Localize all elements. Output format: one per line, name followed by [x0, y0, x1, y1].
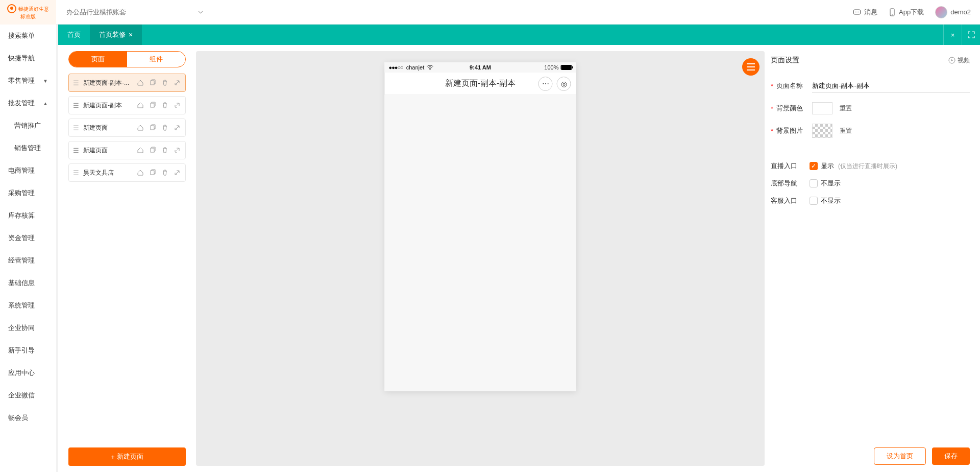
sidebar-funds[interactable]: 资金管理 [0, 227, 56, 249]
share-icon[interactable] [173, 101, 181, 109]
share-icon[interactable] [173, 169, 181, 177]
copy-icon[interactable] [149, 124, 157, 132]
svg-rect-8 [151, 126, 154, 130]
page-item[interactable]: ☰ 新建页面 [68, 119, 186, 137]
drag-handle-icon[interactable]: ☰ [73, 124, 79, 132]
bg-color-label: 背景颜色 [776, 104, 812, 113]
miniapp-menu-icon[interactable]: ⋯ [538, 77, 553, 91]
bg-image-label: 背景图片 [776, 126, 812, 135]
phone-preview: ●●●○○ chanjet 9:41 AM 100% 新建页面-副本-副本 ⋯ … [385, 62, 576, 391]
svg-point-11 [429, 69, 430, 70]
tab-close-button[interactable]: × [943, 25, 962, 45]
brand-block: 畅捷通好生意 标准版 [0, 0, 56, 25]
switch-component[interactable]: 组件 [127, 52, 185, 67]
share-icon[interactable] [173, 146, 181, 154]
sidebar-wholesale[interactable]: 批发管理▲ [0, 92, 56, 114]
bg-color-reset[interactable]: 重置 [840, 104, 852, 113]
caret-down-icon: ▼ [43, 78, 48, 84]
drag-handle-icon[interactable]: ☰ [73, 169, 79, 177]
live-hint: (仅当进行直播时展示) [838, 162, 897, 171]
battery-label: 100% [544, 64, 558, 70]
switch-page[interactable]: 页面 [69, 52, 127, 67]
sidebar-system[interactable]: 系统管理 [0, 294, 56, 317]
tab-home[interactable]: 首页 [58, 25, 90, 45]
set-home-button[interactable]: 设为首页 [874, 447, 926, 465]
drag-handle-icon[interactable]: ☰ [73, 102, 79, 109]
sidebar-sales[interactable]: 销售管理 [0, 137, 56, 159]
brand-edition: 标准版 [20, 13, 36, 20]
brand-logo-icon [7, 4, 16, 13]
delete-icon[interactable] [161, 146, 169, 154]
footer-actions: 设为首页 保存 [874, 447, 970, 465]
bottom-nav-checkbox[interactable] [810, 179, 818, 187]
main-sidebar: 搜索菜单 快捷导航 零售管理▼ 批发管理▲ 营销推广 销售管理 电商管理 采购管… [0, 25, 56, 472]
copy-icon[interactable] [149, 146, 157, 154]
messages-link[interactable]: 消息 [853, 8, 877, 17]
sidebar-purchase[interactable]: 采购管理 [0, 182, 56, 204]
svg-rect-9 [151, 148, 154, 152]
delete-icon[interactable] [161, 101, 169, 109]
copy-icon[interactable] [149, 79, 157, 87]
panel-mode-switch: 页面 组件 [68, 51, 186, 67]
tab-page-design[interactable]: 首页装修 × [90, 25, 142, 45]
sidebar-guide[interactable]: 新手引导 [0, 339, 56, 362]
sidebar-corp[interactable]: 企业协同 [0, 317, 56, 339]
save-button[interactable]: 保存 [932, 447, 970, 465]
home-icon[interactable] [136, 101, 144, 109]
delete-icon[interactable] [161, 79, 169, 87]
sidebar-quicknav[interactable]: 快捷导航 [0, 47, 56, 69]
close-icon[interactable]: × [129, 31, 133, 39]
copy-icon[interactable] [149, 169, 157, 177]
phone-header: 新建页面-副本-副本 ⋯ ◎ [385, 73, 576, 95]
copy-icon[interactable] [149, 101, 157, 109]
bg-image-reset[interactable]: 重置 [840, 127, 852, 135]
home-icon[interactable] [136, 146, 144, 154]
sidebar-search[interactable]: 搜索菜单 [0, 25, 56, 47]
home-icon[interactable] [136, 124, 144, 132]
canvas-menu-fab[interactable] [742, 58, 760, 76]
drag-handle-icon[interactable]: ☰ [73, 79, 79, 87]
home-icon[interactable] [136, 79, 144, 87]
drag-handle-icon[interactable]: ☰ [73, 147, 79, 154]
share-icon[interactable] [173, 79, 181, 87]
sidebar-basic[interactable]: 基础信息 [0, 272, 56, 294]
home-icon[interactable] [136, 169, 144, 177]
sidebar-appcenter[interactable]: 应用中心 [0, 362, 56, 384]
sidebar-retail[interactable]: 零售管理▼ [0, 69, 56, 92]
sidebar-marketing[interactable]: 营销推广 [0, 114, 56, 137]
bottom-nav-label: 底部导航 [771, 179, 810, 188]
sidebar-wechat[interactable]: 企业微信 [0, 384, 56, 407]
svg-point-5 [892, 14, 893, 15]
account-book-selector[interactable]: 办公品行业模拟账套 [66, 8, 204, 17]
sidebar-ecommerce[interactable]: 电商管理 [0, 159, 56, 182]
page-name-input[interactable] [812, 79, 970, 93]
delete-icon[interactable] [161, 124, 169, 132]
sidebar-inventory[interactable]: 库存核算 [0, 204, 56, 227]
page-item[interactable]: ☰ 新建页面 [68, 141, 186, 159]
phone-body[interactable] [385, 95, 576, 391]
share-icon[interactable] [173, 124, 181, 132]
kefu-label: 客服入口 [771, 196, 810, 205]
account-book-label: 办公品行业模拟账套 [66, 8, 126, 17]
page-item[interactable]: ☰ 新建页面-副本-... [68, 74, 186, 92]
video-help-link[interactable]: 视频 [948, 56, 970, 65]
tab-strip: 首页 首页装修 × × [58, 25, 980, 45]
kefu-checkbox[interactable] [810, 197, 818, 205]
page-item[interactable]: ☰ 昊天文具店 [68, 163, 186, 182]
user-menu[interactable]: demo2 [935, 6, 971, 18]
page-name-label: 页面名称 [776, 81, 812, 90]
new-page-button[interactable]: + 新建页面 [68, 447, 186, 466]
caret-up-icon: ▲ [43, 101, 48, 106]
bg-color-swatch[interactable] [812, 102, 832, 114]
app-download-link[interactable]: App下载 [889, 8, 924, 17]
live-entry-checkbox[interactable]: ✓ [810, 162, 818, 170]
sidebar-member[interactable]: 畅会员 [0, 407, 56, 429]
sidebar-business[interactable]: 经营管理 [0, 249, 56, 272]
time-label: 9:41 AM [470, 64, 491, 70]
page-item[interactable]: ☰ 新建页面-副本 [68, 96, 186, 114]
bg-image-picker[interactable] [812, 124, 832, 138]
delete-icon[interactable] [161, 169, 169, 177]
brand-name: 畅捷通好生意 [18, 6, 49, 13]
miniapp-close-icon[interactable]: ◎ [557, 77, 571, 91]
tab-fullscreen-button[interactable] [962, 25, 980, 45]
